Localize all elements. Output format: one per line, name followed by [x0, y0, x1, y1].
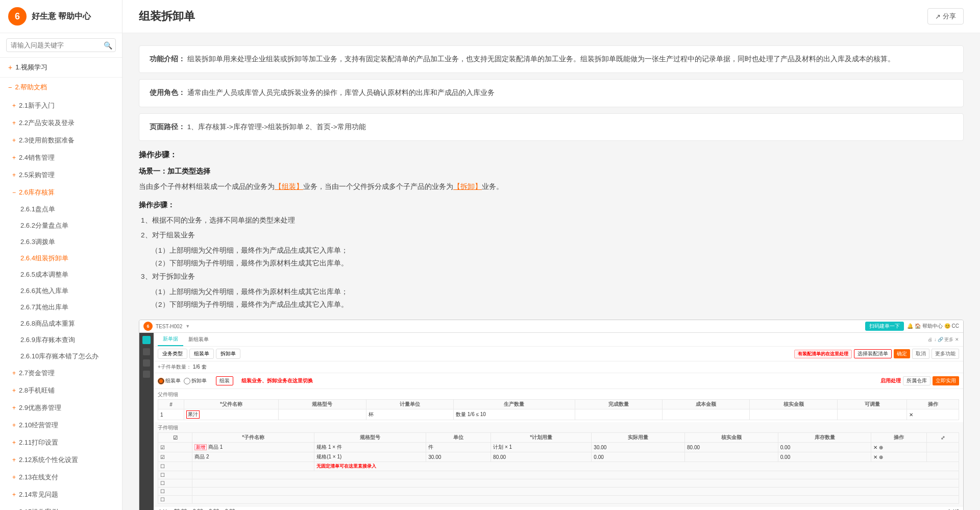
nav-sub-section-2.8[interactable]: + 2.8手机旺铺 [0, 382, 122, 399]
role-text: 通常由生产人员或库管人员完成拆装业务的操作，库管人员确认原材料的出库和产成品的入… [187, 89, 495, 96]
sub-td-empty-6 [192, 488, 959, 496]
nav-leaf-2.6.2[interactable]: 2.6.2分量盘点单 [0, 217, 122, 234]
app-confirm-btn[interactable]: 确定 [894, 349, 910, 358]
app-btn-save[interactable]: 业务类型 [158, 349, 187, 359]
sub-td-cost-2 [685, 452, 778, 462]
nav-sub-section-2.13[interactable]: + 2.13在线支付 [0, 469, 122, 486]
nav-sub-section-2.9[interactable]: + 2.9优惠券管理 [0, 399, 122, 417]
expand-icon-2.11: + [12, 439, 16, 446]
nav-section-label-videos: 1.视频学习 [15, 63, 47, 72]
ann-qiyong-label: 启用处理 [880, 377, 901, 384]
app-cancel-btn[interactable]: 取消 [912, 349, 929, 359]
nav-leaf-2.6.7[interactable]: 2.6.7其他出库单 [0, 299, 122, 315]
th-spec: 规格型号 [279, 400, 366, 409]
nav-label-2.8: 2.8手机旺铺 [19, 386, 55, 395]
nav-sub-section-2.15[interactable]: + 2.15操作案例 [0, 503, 122, 510]
nav-sub-section-2.6[interactable]: − 2.6库存核算 [0, 184, 122, 201]
nav-label-2.5: 2.5采购管理 [19, 171, 55, 180]
nav-leaf-2.6.9[interactable]: 2.6.9库存账本查询 [0, 332, 122, 348]
app-radio-zuzhuang[interactable]: 组装单 [158, 377, 181, 384]
app-mini-sidebar [139, 333, 154, 510]
app-radio-zuzhuang-input[interactable] [158, 378, 164, 384]
app-radio-chaijian[interactable]: 拆卸单 [184, 377, 207, 384]
nav-leaf-2.6.8[interactable]: 2.6.8商品成本重算 [0, 315, 122, 332]
step-3: 3、对于拆卸业务 [139, 270, 964, 283]
sub-td-sku-1: 规格 1 × 件 [314, 443, 426, 452]
nav-label-2.4: 2.4销售管理 [19, 153, 55, 162]
nav-label-2.1: 2.1新手入门 [19, 101, 55, 110]
app-tab-new-assembly[interactable]: 新组装单 [183, 333, 214, 346]
sub-td-ops-1[interactable]: ✕ ⊕ [871, 443, 926, 452]
app-radio-chaijian-input[interactable] [184, 378, 190, 384]
share-button[interactable]: ↗ 分享 [927, 8, 964, 25]
app-btn-chaijian-type[interactable]: 拆卸单 [216, 349, 240, 359]
nav-label-2.6: 2.6库存核算 [19, 188, 55, 197]
nav-leaf-2.6.10[interactable]: 2.6.10库存账本错了怎么办 [0, 348, 122, 365]
nav-leaf-2.6.4[interactable]: 2.6.4组装拆卸单 [0, 250, 122, 266]
nav-leaf-2.6.3[interactable]: 2.6.3调拨单 [0, 234, 122, 250]
nav-sub-section-2.2[interactable]: + 2.2产品安装及登录 [0, 114, 122, 132]
path-label: 页面路径： [150, 123, 185, 131]
sub-th-available: 库存数量 [778, 433, 871, 443]
screenshot-container: 6 TEST-H002 ▼ 扫码建单一下 🔔 🏠 帮助中心 😊 CC [139, 320, 964, 510]
nav-section-header-videos[interactable]: + 1.视频学习 [0, 58, 122, 77]
ops-title: 操作步骤： [139, 150, 964, 160]
sub-td-name-2: 商品 2 [192, 452, 314, 462]
nav-sub-section-2.3[interactable]: + 2.3使用前数据准备 [0, 132, 122, 149]
td-op-1[interactable]: ✕ [907, 409, 959, 420]
nav-sub-section-2.12[interactable]: + 2.12系统个性化设置 [0, 451, 122, 469]
app-sidebar-icon-3 [143, 359, 150, 367]
sub-th-ops: 操作 [871, 433, 926, 443]
sub-td-actual-1: 30.00 [592, 443, 685, 452]
sub-td-cost-1: 80.00 [685, 443, 778, 452]
zuanzhuang-link[interactable]: 【组装】 [275, 183, 303, 190]
func-intro-block: 功能介绍： 组装拆卸单用来处理企业组装或拆卸等加工业务，支持有固定装配清单的产品… [139, 45, 964, 73]
sub-td-unit-2: 30.00 [426, 452, 491, 462]
nav-leaf-2.6.6[interactable]: 2.6.6其他入库单 [0, 283, 122, 299]
search-icon[interactable]: 🔍 [104, 41, 112, 50]
sub-th-unit: 单位 [426, 433, 491, 443]
main: 组装拆卸单 ↗ 分享 功能介绍： 组装拆卸单用来处理企业组装或拆卸等加工业务，支… [122, 0, 980, 510]
nav-sub-section-2.5[interactable]: + 2.5采购管理 [0, 166, 122, 184]
th-available: 可调量 [837, 400, 906, 409]
role-label: 使用角色： [150, 89, 185, 96]
app-btn-zuzhuang[interactable]: 组装单 [189, 349, 214, 359]
app-enable-btn[interactable]: 立即实用 [933, 376, 959, 385]
nav-sub-section-2.1[interactable]: + 2.1新手入门 [0, 97, 122, 114]
expand-icon-videos: + [8, 63, 12, 71]
nav-leaf-2.6.1[interactable]: 2.6.1盘点单 [0, 201, 122, 217]
sub-td-ops-2[interactable]: ✕ ⊕ [871, 452, 926, 462]
app-logo-icon: 6 [143, 322, 153, 331]
collapse-icon-helpdocs: − [8, 84, 12, 91]
nav-leaf-2.6.5[interactable]: 2.6.5成本调整单 [0, 266, 122, 283]
app-select-bom-btn[interactable]: 选择装配清单 [854, 349, 892, 358]
search-input[interactable] [6, 38, 116, 52]
sub-td-plan-1: 计划 × 1 [491, 443, 592, 452]
sub-th-name: *子件名称 [192, 433, 314, 443]
func-intro-label: 功能介绍： [150, 55, 185, 63]
th-seq: # [158, 400, 184, 409]
app-sub-table-container: 子件明细 ☑ *子件名称 规格型号 单位 *计划用量 实际 [154, 422, 963, 506]
share-label: 分享 [943, 12, 956, 21]
nav-sub-section-2.11[interactable]: + 2.11打印设置 [0, 434, 122, 451]
app-more-btn[interactable]: 更多功能 [932, 349, 959, 359]
nav-sub-section-2.7[interactable]: + 2.7资金管理 [0, 365, 122, 382]
nav-sub-section-2.4[interactable]: + 2.4销售管理 [0, 149, 122, 166]
step-3-2: （2）下部明细为子件明细，最终作为产成品生成其它入库单。 [139, 298, 964, 311]
th-name: *父件名称 [184, 400, 278, 409]
expand-icon-2.12: + [12, 456, 16, 464]
app-parent-row-1: 1 果汁 杯 数量 1/6 ≤ 10 [158, 409, 959, 420]
chaijian-link[interactable]: 【拆卸】 [453, 183, 482, 190]
sub-td-empty-7 [192, 496, 959, 504]
th-cost: 成本金额 [662, 400, 749, 409]
nav-sub-section-2.14[interactable]: + 2.14常见问题 [0, 486, 122, 503]
nav-section-header-helpdocs[interactable]: − 2.帮助文档 [0, 78, 122, 97]
nav-sub-section-2.10[interactable]: + 2.10经营管理 [0, 417, 122, 434]
app-new-doc-btn[interactable]: 扫码建单一下 [865, 322, 904, 331]
app-tab-new[interactable]: 新单据 [158, 333, 183, 346]
app-warehouse-select[interactable]: 所属仓库 [903, 376, 930, 385]
th-qty-top: 生产数量 [454, 400, 575, 409]
nav-label-2.2: 2.2产品安装及登录 [19, 118, 75, 128]
sub-td-sku-2: 规格(1 × 1) [314, 452, 426, 462]
nav-label-2.9: 2.9优惠券管理 [19, 403, 61, 412]
